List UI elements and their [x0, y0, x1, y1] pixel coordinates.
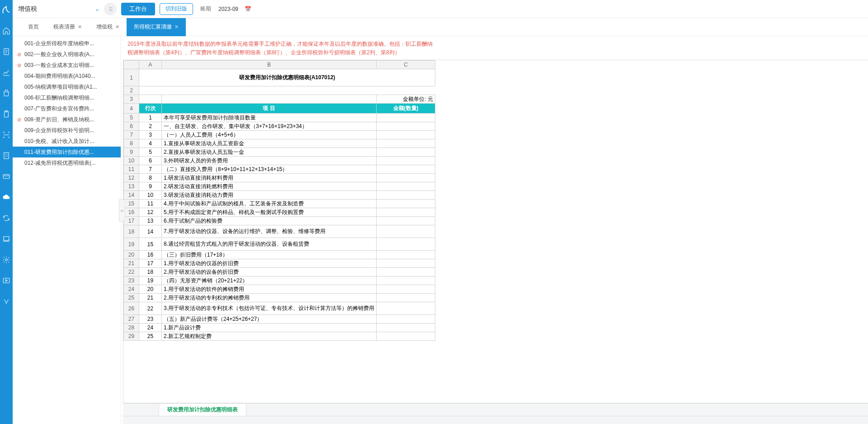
row-header[interactable]: 19 [124, 238, 139, 251]
seq-cell[interactable]: 22 [139, 302, 162, 315]
amount-cell[interactable] [377, 285, 435, 294]
tab-增值税[interactable]: 增值税✕ [89, 18, 127, 36]
period-value[interactable]: 2023-09 [218, 6, 238, 12]
row-header[interactable]: 26 [124, 302, 139, 315]
amount-cell[interactable] [377, 148, 435, 157]
nav-chart-icon[interactable] [0, 66, 13, 79]
item-cell[interactable]: 2.直接从事研发活动人员五险一金 [162, 148, 377, 157]
amount-cell[interactable] [377, 208, 435, 217]
seq-cell[interactable]: 20 [139, 285, 162, 294]
seq-cell[interactable]: 19 [139, 276, 162, 285]
tree-item[interactable]: 001-企业所得税年度纳税申... [13, 38, 121, 49]
tree-item[interactable]: 008-资产折旧、摊销及纳税... [13, 114, 121, 125]
seq-cell[interactable]: 1 [139, 114, 162, 122]
item-cell[interactable]: 1.直接从事研发活动人员工资薪金 [162, 139, 377, 148]
seq-cell[interactable]: 16 [139, 251, 162, 259]
seq-cell[interactable]: 5 [139, 148, 162, 157]
item-cell[interactable]: 1.用于研发活动的仪器的折旧费 [162, 259, 377, 268]
seq-cell[interactable]: 23 [139, 315, 162, 324]
amount-cell[interactable] [377, 122, 435, 131]
item-cell[interactable]: 3.研发活动直接消耗动力费用 [162, 191, 377, 200]
amount-cell[interactable] [377, 276, 435, 285]
row-header[interactable]: 25 [124, 294, 139, 302]
amount-cell[interactable] [377, 251, 435, 259]
sheet-hscroll[interactable] [123, 416, 868, 424]
row-header[interactable]: 9 [124, 148, 139, 157]
seq-cell[interactable]: 10 [139, 191, 162, 200]
nav-cloud-icon[interactable] [0, 191, 13, 204]
item-cell[interactable]: 2.新工艺规程制定费 [162, 332, 377, 341]
list-button[interactable] [104, 3, 117, 15]
seq-cell[interactable]: 13 [139, 217, 162, 225]
seq-cell[interactable]: 18 [139, 268, 162, 276]
nav-clipboard-icon[interactable] [0, 108, 13, 120]
item-cell[interactable]: （三）折旧费用（17+18） [162, 251, 377, 259]
collapse-left-panel[interactable]: ‹‹ [119, 199, 125, 222]
row-header[interactable]: 12 [124, 174, 139, 182]
tab-税表清册[interactable]: 税表清册✕ [46, 18, 89, 36]
row-header[interactable]: 16 [124, 208, 139, 217]
seq-cell[interactable]: 2 [139, 122, 162, 131]
item-cell[interactable]: 2.用于研发活动的设备的折旧费 [162, 268, 377, 276]
item-cell[interactable]: 1.用于研发活动的软件的摊销费用 [162, 285, 377, 294]
item-cell[interactable]: （四）无形资产摊销（20+21+22） [162, 276, 377, 285]
nav-video-icon[interactable] [0, 274, 13, 287]
nav-building-icon[interactable] [0, 149, 13, 162]
amount-cell[interactable] [377, 238, 435, 251]
col-header[interactable]: A [139, 61, 162, 69]
tree-item[interactable]: 012-减免所得税优惠明细表(... [13, 157, 121, 168]
item-cell[interactable]: 6.用于试制产品的检验费 [162, 217, 377, 225]
row-header[interactable]: 28 [124, 324, 139, 332]
amount-cell[interactable] [377, 324, 435, 332]
tree-item[interactable]: 002-一般企业收入明细表(A... [13, 49, 121, 60]
nav-doc-icon[interactable] [0, 45, 13, 58]
item-cell[interactable]: 2.研发活动直接消耗燃料费用 [162, 182, 377, 191]
item-cell[interactable]: 一、自主研发、合作研发、集中研发（3+7+16+19+23+34） [162, 122, 377, 131]
row-header[interactable]: 14 [124, 191, 139, 200]
amount-cell[interactable] [377, 191, 435, 200]
row-header[interactable]: 29 [124, 332, 139, 341]
row-header[interactable]: 24 [124, 285, 139, 294]
nav-inbox-icon[interactable] [0, 233, 13, 245]
tab-close-icon[interactable]: ✕ [175, 24, 179, 30]
tree-item[interactable]: 005-纳税调整项目明细表(A1... [13, 81, 121, 92]
row-header[interactable]: 10 [124, 157, 139, 165]
nav-settings-icon[interactable] [0, 253, 13, 266]
item-cell[interactable]: 1.新产品设计费 [162, 324, 377, 332]
item-cell[interactable]: 5.用于不构成固定资产的样品、样机及一般测试手段购置费 [162, 208, 377, 217]
seq-cell[interactable]: 21 [139, 294, 162, 302]
seq-cell[interactable]: 24 [139, 324, 162, 332]
item-cell[interactable]: （一）人员人工费用（4+5+6） [162, 131, 377, 139]
tree-item[interactable]: 004-期间费用明细表(A1040... [13, 71, 121, 81]
row-header[interactable]: 7 [124, 131, 139, 139]
amount-cell[interactable] [377, 302, 435, 315]
nav-scan-icon[interactable] [0, 129, 13, 141]
row-header[interactable]: 21 [124, 259, 139, 268]
nav-bag-icon[interactable] [0, 87, 13, 100]
nav-v-icon[interactable] [0, 295, 13, 308]
seq-cell[interactable]: 15 [139, 238, 162, 251]
tab-close-icon[interactable]: ✕ [78, 24, 82, 30]
seq-cell[interactable]: 25 [139, 332, 162, 341]
row-header[interactable]: 11 [124, 165, 139, 174]
seq-cell[interactable]: 9 [139, 182, 162, 191]
amount-cell[interactable] [377, 200, 435, 208]
workbench-button[interactable]: 工作台 [121, 3, 155, 15]
item-cell[interactable]: 4.用于中间试验和产品试制的模具、工艺装备开发及制造费 [162, 200, 377, 208]
row-header[interactable]: 27 [124, 315, 139, 324]
row-header[interactable]: 13 [124, 182, 139, 191]
amount-cell[interactable] [377, 315, 435, 324]
row-header[interactable]: 8 [124, 139, 139, 148]
item-cell[interactable]: 7.用于研发活动的仪器、设备的运行维护、调整、检验、维修等费用 [162, 225, 377, 238]
tree-item[interactable]: 011-研发费用加计扣除优惠... [13, 147, 121, 157]
item-cell[interactable]: （二）直接投入费用（8+9+10+11+12+13+14+15） [162, 165, 377, 174]
seq-cell[interactable]: 14 [139, 225, 162, 238]
col-header[interactable]: C [377, 61, 435, 69]
seq-cell[interactable]: 7 [139, 165, 162, 174]
nav-refresh-icon[interactable] [0, 212, 13, 224]
item-cell[interactable]: 3.外聘研发人员的劳务费用 [162, 157, 377, 165]
tree-item[interactable]: 010-免税、减计收入及加计... [13, 136, 121, 147]
amount-cell[interactable] [377, 182, 435, 191]
seq-cell[interactable]: 3 [139, 131, 162, 139]
row-header[interactable]: 17 [124, 217, 139, 225]
